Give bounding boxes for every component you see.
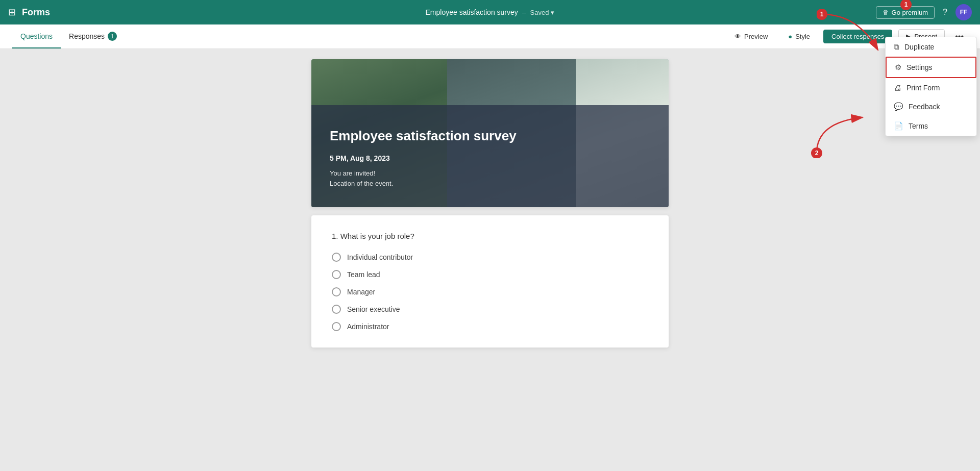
responses-count-badge: 1 [108, 32, 117, 41]
radio-option-0[interactable]: Individual contributor [332, 253, 648, 262]
palette-icon: ● [788, 33, 792, 40]
terms-icon: 📄 [894, 121, 903, 131]
saved-status: Saved ▾ [530, 9, 555, 16]
hero-description: You are invited! Location of the event. [330, 168, 650, 188]
style-button[interactable]: ● Style [781, 30, 817, 43]
hero-overlay: Employee satisfaction survey 5 PM, Aug 8… [311, 105, 669, 207]
nav-left: ⊞ Forms [8, 7, 50, 18]
preview-label: Preview [744, 33, 768, 40]
settings-label: Settings [906, 63, 933, 71]
radio-option-1[interactable]: Team lead [332, 270, 648, 279]
hero-image-area: Employee satisfaction survey 5 PM, Aug 8… [311, 59, 669, 207]
form-hero-card: Employee satisfaction survey 5 PM, Aug 8… [311, 59, 669, 207]
settings-icon: ⚙ [895, 63, 901, 72]
help-icon[interactable]: ? [943, 8, 947, 17]
radio-option-4[interactable]: Administrator [332, 322, 648, 331]
radio-options-group: Individual contributor Team lead Manager… [332, 253, 648, 331]
duplicate-icon: ⧉ [894, 42, 899, 52]
terms-label: Terms [909, 122, 928, 130]
style-label: Style [795, 33, 810, 40]
eye-icon: 👁 [734, 33, 741, 40]
more-options-dropdown: ⧉ Duplicate ⚙ Settings 🖨 Print Form 💬 Fe… [885, 37, 977, 136]
go-premium-label: Go premium [892, 9, 928, 16]
print-form-label: Print Form [906, 84, 940, 92]
dropdown-duplicate[interactable]: ⧉ Duplicate [886, 37, 976, 57]
duplicate-label: Duplicate [904, 43, 934, 51]
form-title: Employee satisfaction survey [426, 8, 518, 16]
radio-circle-3[interactable] [332, 305, 341, 314]
user-avatar[interactable]: FF [955, 4, 972, 20]
saved-chevron: ▾ [551, 9, 554, 16]
dropdown-feedback[interactable]: 💬 Feedback [886, 97, 976, 116]
radio-option-2[interactable]: Manager [332, 287, 648, 296]
arrow-2: 2 [806, 107, 873, 158]
radio-label-4: Administrator [347, 323, 389, 331]
questions-tab-label: Questions [20, 32, 53, 40]
tab-bar: Questions Responses 1 [12, 24, 125, 48]
dropdown-settings[interactable]: ⚙ Settings [886, 57, 976, 78]
radio-label-3: Senior executive [347, 305, 400, 313]
saved-text: Saved [530, 9, 549, 16]
radio-label-0: Individual contributor [347, 253, 413, 261]
responses-tab-label: Responses [69, 32, 105, 40]
separator: – [522, 8, 526, 16]
feedback-label: Feedback [909, 103, 940, 111]
radio-label-2: Manager [347, 288, 375, 296]
hero-invited: You are invited! [330, 169, 375, 177]
svg-text:2: 2 [815, 150, 819, 157]
tab-responses[interactable]: Responses 1 [61, 24, 125, 48]
waffle-icon[interactable]: ⊞ [8, 7, 16, 18]
radio-option-3[interactable]: Senior executive [332, 305, 648, 314]
radio-circle-4[interactable] [332, 322, 341, 331]
tab-questions[interactable]: Questions [12, 24, 61, 48]
feedback-icon: 💬 [894, 102, 903, 111]
question-1-text: 1. What is your job role? [332, 232, 648, 240]
radio-circle-2[interactable] [332, 287, 341, 296]
dropdown-terms[interactable]: 📄 Terms [886, 116, 976, 136]
app-title: Forms [22, 7, 50, 18]
nav-center: Employee satisfaction survey – Saved ▾ [426, 8, 555, 16]
radio-circle-1[interactable] [332, 270, 341, 279]
hero-title: Employee satisfaction survey [330, 128, 650, 144]
print-icon: 🖨 [894, 83, 901, 92]
dropdown-print-form[interactable]: 🖨 Print Form [886, 78, 976, 97]
preview-button[interactable]: 👁 Preview [727, 30, 775, 43]
hero-location: Location of the event. [330, 180, 393, 187]
svg-text:1: 1 [820, 11, 824, 18]
arrow-1: 1 [817, 9, 893, 70]
hero-date: 5 PM, Aug 8, 2023 [330, 154, 650, 162]
question-card-1: 1. What is your job role? Individual con… [311, 215, 669, 348]
radio-label-1: Team lead [347, 270, 380, 279]
radio-circle-0[interactable] [332, 253, 341, 262]
